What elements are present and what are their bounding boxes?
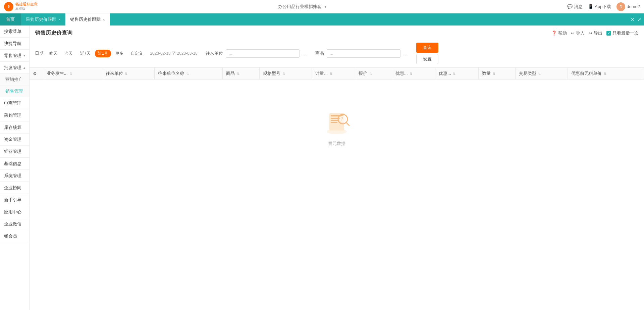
- th-qty[interactable]: 数量 ⇅: [479, 68, 515, 80]
- workspace-dropdown-icon[interactable]: ▾: [324, 4, 327, 9]
- date-buttons: 昨天 今天 近7天 近1月 更多 自定义: [46, 50, 146, 57]
- sidebar-item-inventory[interactable]: 库存核算: [0, 121, 29, 134]
- app-name: 畅捷通好生意: [15, 2, 38, 6]
- sidebar-item-retail-mgmt[interactable]: 零售管理 ▾: [0, 50, 29, 62]
- table-area: ⚙ 业务发生... ⇅ 往来单位 ⇅ 往来单位名称 ⇅: [30, 68, 644, 310]
- export-btn[interactable]: ↪ 导出: [589, 30, 602, 36]
- th-gear[interactable]: ⚙: [30, 68, 43, 80]
- window-maximize-btn[interactable]: ⤢: [637, 17, 641, 22]
- sidebar-item-quick-nav[interactable]: 快捷导航: [0, 38, 29, 50]
- only-last-checkbox[interactable]: [606, 31, 611, 36]
- th-pretax-price[interactable]: 优惠前无税单价 ⇅: [568, 68, 644, 80]
- th-biz-date[interactable]: 业务发生... ⇅: [43, 68, 102, 80]
- sidebar-finance-label: 资金管理: [4, 137, 21, 143]
- filter-row: 日期 昨天 今天 近7天 近1月 更多 自定义 2023-02-18 至 202…: [35, 43, 639, 67]
- sidebar-item-operations[interactable]: 经营管理: [0, 146, 29, 158]
- export-icon: ↪: [589, 31, 592, 36]
- sidebar-ecommerce-label: 电商管理: [4, 100, 21, 106]
- tab-sales-history[interactable]: 销售历史价跟踪 ×: [65, 13, 110, 25]
- th-qty-sort: ⇅: [493, 72, 495, 75]
- tab-home[interactable]: 首页: [0, 13, 21, 25]
- th-spec[interactable]: 规格型号 ⇅: [259, 68, 312, 80]
- sidebar-item-guide[interactable]: 新手引导: [0, 194, 29, 206]
- message-btn[interactable]: 💬 消息: [567, 4, 583, 10]
- th-price[interactable]: 报价 ⇅: [355, 68, 392, 80]
- sidebar-sales-mgmt-label: 销售管理: [5, 89, 23, 94]
- gear-icon[interactable]: ⚙: [33, 71, 37, 76]
- product-input[interactable]: [327, 49, 400, 58]
- th-spec-sort: ⇅: [282, 72, 285, 75]
- sidebar-item-system[interactable]: 系统管理: [0, 170, 29, 182]
- logo-icon: 6: [4, 2, 13, 11]
- setting-button[interactable]: 设置: [416, 54, 438, 64]
- mobile-icon: 📱: [588, 4, 593, 9]
- empty-state: ? 暂元数据: [30, 80, 644, 173]
- sidebar-item-enterprise[interactable]: 企业协同: [0, 182, 29, 194]
- date-btn-more[interactable]: 更多: [112, 50, 126, 57]
- sidebar-item-wholesale-mgmt[interactable]: 批发管理 ▴: [0, 62, 29, 74]
- query-button[interactable]: 查询: [416, 43, 438, 53]
- sidebar-item-app-center[interactable]: 应用中心: [0, 206, 29, 218]
- app-download-btn[interactable]: 📱 App下载: [588, 4, 611, 10]
- top-bar: 6 畅捷通好生意 标准版 办公用品行业模拟账套 ▾ 💬 消息 📱 App下载 D…: [0, 0, 644, 13]
- date-btn-7days[interactable]: 近7天: [77, 50, 94, 57]
- date-btn-yesterday[interactable]: 昨天: [46, 50, 60, 57]
- sidebar-wechat-label: 企业微信: [4, 221, 21, 227]
- window-controls: ✕ ⤢: [628, 13, 644, 25]
- window-close-btn[interactable]: ✕: [631, 17, 635, 22]
- th-trade-type-label: 交易类型: [519, 71, 536, 76]
- th-product[interactable]: 商品 ⇅: [223, 68, 259, 80]
- product-more-btn[interactable]: ...: [403, 50, 408, 57]
- date-btn-custom[interactable]: 自定义: [128, 50, 146, 57]
- sidebar-item-member[interactable]: 畅会员: [0, 230, 29, 242]
- product-filter-group: 商品 ...: [315, 49, 408, 58]
- sidebar-wholesale-arrow: ▴: [23, 66, 25, 69]
- date-btn-today[interactable]: 今天: [62, 50, 76, 57]
- user-menu[interactable]: D demo2: [616, 2, 640, 11]
- only-last-checkbox-label[interactable]: 只看最后一次: [606, 30, 639, 36]
- sidebar-wholesale-label: 批发管理: [4, 65, 21, 71]
- date-btn-1month[interactable]: 近1月: [95, 50, 111, 57]
- sidebar-item-search-menu[interactable]: 搜索菜单: [0, 25, 29, 38]
- th-unit[interactable]: 计量... ⇅: [312, 68, 355, 80]
- th-discount2[interactable]: 优惠... ⇅: [435, 68, 478, 80]
- tab-sales-history-label: 销售历史价跟踪: [70, 16, 101, 22]
- svg-rect-4: [331, 120, 339, 121]
- tab-purchase-history-label: 采购历史价跟踪: [26, 16, 56, 22]
- tab-sales-history-close[interactable]: ×: [103, 17, 105, 21]
- partner-more-btn[interactable]: ...: [302, 50, 307, 57]
- sidebar-item-wechat[interactable]: 企业微信: [0, 218, 29, 230]
- tab-purchase-history[interactable]: 采购历史价跟踪 ×: [21, 13, 65, 25]
- message-label: 消息: [574, 4, 583, 10]
- svg-line-8: [346, 122, 349, 125]
- sidebar-retail-arrow: ▾: [23, 54, 25, 57]
- help-btn[interactable]: ❓ 帮助: [551, 30, 567, 36]
- sidebar-member-label: 畅会员: [4, 233, 17, 239]
- th-product-label: 商品: [226, 71, 235, 76]
- app-edition: 标准版: [15, 6, 38, 11]
- svg-text:?: ?: [341, 116, 343, 121]
- sidebar-item-purchase[interactable]: 采购管理: [0, 109, 29, 121]
- th-partner-code[interactable]: 往来单位 ⇅: [102, 68, 154, 80]
- sidebar-inventory-label: 库存核算: [4, 124, 21, 131]
- avatar: D: [616, 2, 625, 11]
- th-discount1[interactable]: 优惠... ⇅: [392, 68, 435, 80]
- sidebar-item-marketing[interactable]: 营销推广: [0, 74, 29, 86]
- sidebar-item-basic-info[interactable]: 基础信息: [0, 158, 29, 170]
- tab-purchase-history-close[interactable]: ×: [58, 17, 60, 21]
- sidebar-item-ecommerce[interactable]: 电商管理: [0, 97, 29, 109]
- th-trade-type[interactable]: 交易类型 ⇅: [515, 68, 568, 80]
- sidebar-item-sales-mgmt[interactable]: 销售管理: [0, 86, 29, 97]
- th-pretax-price-label: 优惠前无税单价: [571, 71, 602, 76]
- th-partner-name[interactable]: 往来单位名称 ⇅: [154, 68, 222, 80]
- partner-input[interactable]: [226, 49, 300, 58]
- data-table: ⚙ 业务发生... ⇅ 往来单位 ⇅ 往来单位名称 ⇅: [30, 68, 644, 80]
- sidebar-item-finance[interactable]: 资金管理: [0, 134, 29, 146]
- partner-filter-group: 往来单位 ...: [206, 49, 307, 58]
- workspace-selector[interactable]: 办公用品行业模拟账套 ▾: [278, 4, 327, 10]
- message-icon: 💬: [567, 4, 573, 9]
- th-price-sort: ⇅: [369, 72, 372, 75]
- only-last-label: 只看最后一次: [612, 30, 639, 36]
- tab-home-label: 首页: [6, 16, 15, 22]
- import-btn[interactable]: ↩ 导入: [571, 30, 585, 36]
